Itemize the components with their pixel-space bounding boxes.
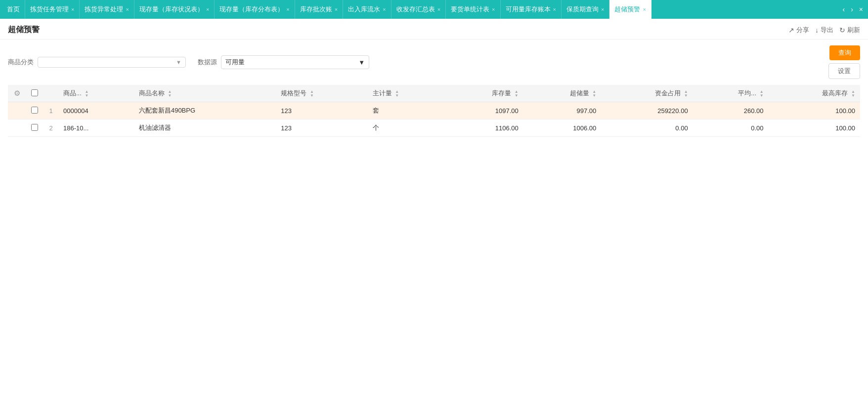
close-icon-11[interactable]: ×	[643, 6, 646, 12]
query-button[interactable]: 查询	[829, 45, 860, 60]
nav-item-4[interactable]: 现存量（库存分布表） ×	[215, 0, 295, 19]
col-header-code[interactable]: 商品... ▲ ▼	[58, 85, 134, 102]
close-icon-5[interactable]: ×	[335, 6, 338, 12]
row-gear-cell	[8, 119, 26, 137]
col-header-unit[interactable]: 主计量 ▲ ▼	[368, 85, 446, 102]
settings-icon[interactable]: ⚙	[14, 89, 20, 97]
nav-item-7[interactable]: 收发存汇总表 ×	[391, 0, 446, 19]
close-all-arrow[interactable]: ×	[856, 5, 866, 13]
col-code-sort-icon[interactable]: ▲ ▼	[85, 90, 88, 98]
col-header-spec[interactable]: 规格型号 ▲ ▼	[276, 85, 367, 102]
sort-down-icon: ▼	[310, 94, 314, 98]
row-avg: 0.00	[693, 119, 769, 137]
export-icon: ↓	[815, 26, 819, 34]
export-button[interactable]: ↓ 导出	[815, 26, 833, 35]
col-spec-label: 规格型号	[281, 89, 306, 97]
close-icon-6[interactable]: ×	[383, 6, 386, 12]
datasource-select[interactable]: 可用量 ▼	[221, 55, 369, 69]
sort-down-icon: ▼	[395, 94, 399, 98]
nav-item-8[interactable]: 要货单统计表 ×	[446, 0, 500, 19]
page-header: 超储预警 ↗ 分享 ↓ 导出 ↻ 刷新	[0, 19, 868, 40]
col-unit-sort-icon[interactable]: ▲ ▼	[395, 90, 399, 98]
close-icon-4[interactable]: ×	[286, 6, 289, 12]
nav-label-7: 收发存汇总表	[396, 5, 435, 14]
row-number: 1	[43, 102, 58, 119]
table-container: ⚙ 商品... ▲ ▼ 商品名称	[0, 85, 868, 137]
nav-label-9: 可用量库存账本	[506, 5, 551, 14]
col-avg-label: 平均...	[738, 89, 756, 97]
col-header-capital[interactable]: 资金占用 ▲ ▼	[601, 85, 693, 102]
settings-button[interactable]: 设置	[828, 63, 860, 79]
nav-label-10: 保质期查询	[566, 5, 599, 14]
sort-down-icon: ▼	[684, 94, 688, 98]
nav-label-2: 拣货异常处理	[85, 5, 123, 14]
share-button[interactable]: ↗ 分享	[788, 26, 809, 35]
col-header-over[interactable]: 超储量 ▲ ▼	[523, 85, 602, 102]
row-maxstock: 100.00	[769, 119, 860, 137]
col-code-label: 商品...	[63, 89, 82, 97]
close-icon-2[interactable]: ×	[126, 6, 129, 12]
nav-item-11[interactable]: 超储预警 ×	[609, 0, 651, 19]
refresh-label: 刷新	[847, 26, 860, 35]
sort-down-icon: ▼	[851, 94, 855, 98]
checkbox-header	[26, 85, 43, 102]
nav-label-home: 首页	[7, 5, 20, 14]
row-code: 0000004	[58, 102, 134, 119]
col-maxstock-sort-icon[interactable]: ▲ ▼	[851, 90, 855, 98]
nav-item-9[interactable]: 可用量库存账本 ×	[501, 0, 562, 19]
nav-label-1: 拣货任务管理	[30, 5, 69, 14]
close-icon-9[interactable]: ×	[553, 6, 556, 12]
next-arrow[interactable]: ›	[848, 5, 856, 13]
col-header-maxstock[interactable]: 最高库存 ▲ ▼	[769, 85, 860, 102]
close-icon-8[interactable]: ×	[492, 6, 495, 12]
refresh-icon: ↻	[839, 26, 845, 34]
row-capital: 0.00	[601, 119, 693, 137]
row-checkbox[interactable]	[31, 124, 38, 131]
filter-actions: 查询 设置	[828, 45, 860, 79]
nav-label-8: 要货单统计表	[451, 5, 489, 14]
share-icon: ↗	[788, 26, 794, 34]
col-name-sort-icon[interactable]: ▲ ▼	[168, 90, 172, 98]
col-header-num	[43, 85, 58, 102]
category-label: 商品分类	[8, 58, 34, 67]
gear-header: ⚙	[8, 85, 26, 102]
nav-item-10[interactable]: 保质期查询 ×	[562, 0, 609, 19]
category-select[interactable]: ▼	[38, 57, 186, 68]
refresh-button[interactable]: ↻ 刷新	[839, 26, 860, 35]
select-all-checkbox[interactable]	[31, 89, 38, 96]
close-icon-10[interactable]: ×	[601, 6, 604, 12]
col-header-stock[interactable]: 库存量 ▲ ▼	[445, 85, 523, 102]
col-header-name[interactable]: 商品名称 ▲ ▼	[134, 85, 276, 102]
col-capital-sort-icon[interactable]: ▲ ▼	[684, 90, 688, 98]
close-icon-1[interactable]: ×	[71, 6, 74, 12]
sort-down-icon: ▼	[760, 94, 764, 98]
share-label: 分享	[796, 26, 809, 35]
row-checkbox[interactable]	[31, 107, 38, 114]
nav-item-6[interactable]: 出入库流水 ×	[343, 0, 391, 19]
nav-label-6: 出入库流水	[348, 5, 380, 14]
row-unit: 个	[368, 119, 446, 137]
col-over-sort-icon[interactable]: ▲ ▼	[592, 90, 596, 98]
nav-item-3[interactable]: 现存量（库存状况表） ×	[134, 0, 215, 19]
nav-item-2[interactable]: 拣货异常处理 ×	[80, 0, 134, 19]
col-spec-sort-icon[interactable]: ▲ ▼	[310, 90, 314, 98]
nav-item-home[interactable]: 首页	[2, 0, 25, 19]
col-avg-sort-icon[interactable]: ▲ ▼	[760, 90, 764, 98]
datasource-select-value: 可用量	[225, 58, 245, 67]
prev-arrow[interactable]: ‹	[839, 5, 848, 13]
nav-item-5[interactable]: 库存批次账 ×	[295, 0, 343, 19]
col-stock-sort-icon[interactable]: ▲ ▼	[515, 90, 519, 98]
close-icon-3[interactable]: ×	[206, 6, 209, 12]
row-over: 1006.00	[523, 119, 602, 137]
table-header-row: ⚙ 商品... ▲ ▼ 商品名称	[8, 85, 860, 102]
col-header-avg[interactable]: 平均... ▲ ▼	[693, 85, 769, 102]
datasource-filter: 数据源 可用量 ▼	[198, 55, 369, 69]
sort-down-icon: ▼	[592, 94, 596, 98]
close-icon-7[interactable]: ×	[437, 6, 440, 12]
nav-label-5: 库存批次账	[300, 5, 332, 14]
row-stock: 1097.00	[445, 102, 523, 119]
nav-item-1[interactable]: 拣货任务管理 ×	[25, 0, 80, 19]
category-chevron-down-icon: ▼	[176, 59, 181, 65]
row-name: 机油滤清器	[134, 119, 276, 137]
col-unit-label: 主计量	[373, 89, 392, 97]
